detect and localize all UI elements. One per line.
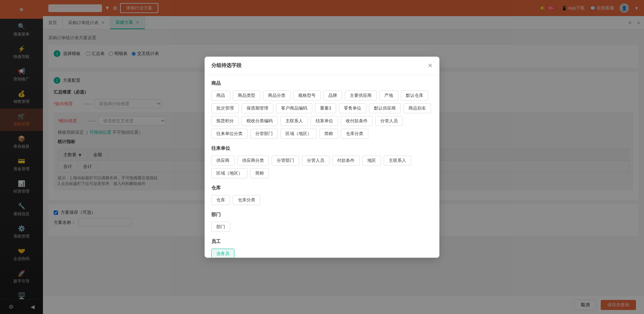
field-tag-2-1[interactable]: 仓库分类 — [233, 195, 260, 205]
field-tag-1-7[interactable]: 区域（地区） — [211, 168, 248, 178]
field-tag-4-0[interactable]: 业务员 — [211, 249, 234, 258]
field-group-title-0: 商品 — [211, 80, 433, 86]
field-tag-0-24[interactable]: 简称 — [319, 129, 338, 139]
field-tag-1-3[interactable]: 分管人员 — [302, 155, 329, 166]
field-tag-0-16[interactable]: 税收分类编码 — [241, 116, 278, 126]
field-tag-0-23[interactable]: 区域（地区） — [280, 129, 317, 139]
field-tag-0-8[interactable]: 批次管理 — [211, 103, 239, 113]
field-tag-0-17[interactable]: 主联系人 — [280, 116, 308, 126]
field-tag-0-20[interactable]: 分管人员 — [375, 116, 403, 126]
field-tag-0-12[interactable]: 零售单位 — [339, 103, 366, 113]
field-tag-0-10[interactable]: 客户商品编码 — [276, 103, 312, 113]
field-tags-1: 供应商供应商分类分管部门分管人员付款条件地区主联系人区域（地区）简称 — [211, 155, 433, 178]
modal-title: 分组待选字段 — [211, 62, 241, 69]
field-group-4: 员工业务员 — [211, 239, 433, 258]
field-group-title-2: 仓库 — [211, 185, 433, 191]
field-select-modal: 分组待选字段 ✕ 商品商品商品类型商品分类规格型号品牌主要供应商产地默认仓库批次… — [205, 57, 439, 258]
field-group-title-4: 员工 — [211, 239, 433, 245]
field-group-title-3: 部门 — [211, 212, 433, 218]
modal-header: 分组待选字段 ✕ — [205, 57, 439, 75]
field-tag-0-1[interactable]: 商品类型 — [233, 90, 260, 101]
field-tag-0-19[interactable]: 收付款条件 — [341, 116, 373, 126]
field-tag-1-2[interactable]: 分管部门 — [272, 155, 299, 166]
field-tag-0-6[interactable]: 产地 — [379, 90, 398, 101]
field-tag-1-1[interactable]: 供应商分类 — [237, 155, 269, 166]
field-tag-0-2[interactable]: 商品分类 — [263, 90, 290, 101]
field-tag-0-4[interactable]: 品牌 — [323, 90, 342, 101]
field-tag-1-8[interactable]: 简称 — [250, 168, 269, 178]
field-group-0: 商品商品商品类型商品分类规格型号品牌主要供应商产地默认仓库批次管理保质期管理客户… — [211, 80, 433, 139]
field-tag-0-7[interactable]: 默认仓库 — [401, 90, 428, 101]
field-tag-0-21[interactable]: 往来单位分类 — [211, 129, 248, 139]
field-tag-0-18[interactable]: 结算单位 — [311, 116, 338, 126]
field-tag-1-5[interactable]: 地区 — [362, 155, 381, 166]
field-tags-3: 部门 — [211, 222, 433, 232]
field-tag-0-0[interactable]: 商品 — [211, 90, 230, 101]
field-tag-0-3[interactable]: 规格型号 — [293, 90, 321, 101]
modal-body: 商品商品商品类型商品分类规格型号品牌主要供应商产地默认仓库批次管理保质期管理客户… — [205, 75, 439, 258]
field-tag-1-4[interactable]: 付款条件 — [332, 155, 360, 166]
field-tag-0-15[interactable]: 拣货积分 — [211, 116, 239, 126]
field-tag-0-13[interactable]: 默认供应商 — [369, 103, 401, 113]
field-tags-0: 商品商品类型商品分类规格型号品牌主要供应商产地默认仓库批次管理保质期管理客户商品… — [211, 90, 433, 139]
field-tags-2: 仓库仓库分类 — [211, 195, 433, 205]
field-tag-0-14[interactable]: 商品别名 — [404, 103, 431, 113]
field-tag-0-9[interactable]: 保质期管理 — [241, 103, 273, 113]
field-tag-0-11[interactable]: 重量3 — [315, 103, 336, 113]
field-group-title-1: 往来单位 — [211, 145, 433, 151]
field-tag-0-25[interactable]: 仓库分类 — [341, 129, 368, 139]
field-group-3: 部门部门 — [211, 212, 433, 232]
field-tag-1-6[interactable]: 主联系人 — [384, 155, 411, 166]
field-tag-3-0[interactable]: 部门 — [211, 222, 230, 232]
field-tag-2-0[interactable]: 仓库 — [211, 195, 230, 205]
modal-close-button[interactable]: ✕ — [428, 62, 433, 69]
field-group-2: 仓库仓库仓库分类 — [211, 185, 433, 205]
modal-overlay: 分组待选字段 ✕ 商品商品商品类型商品分类规格型号品牌主要供应商产地默认仓库批次… — [0, 0, 644, 314]
field-tag-0-22[interactable]: 分管部门 — [250, 129, 278, 139]
field-group-1: 往来单位供应商供应商分类分管部门分管人员付款条件地区主联系人区域（地区）简称 — [211, 145, 433, 178]
field-tags-4: 业务员 — [211, 249, 433, 258]
field-tag-1-0[interactable]: 供应商 — [211, 155, 234, 166]
field-tag-0-5[interactable]: 主要供应商 — [345, 90, 377, 101]
